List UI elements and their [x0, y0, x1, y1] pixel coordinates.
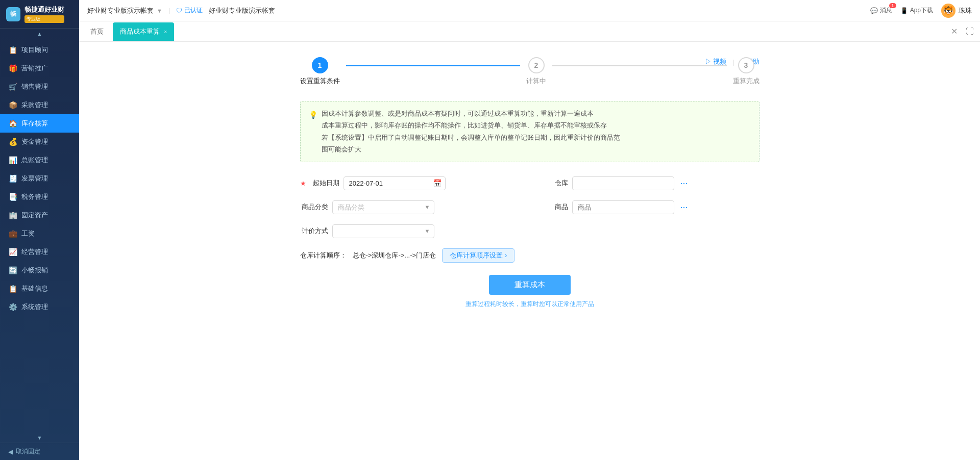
topbar-right: 💬 消息 1 📱 App下载 🐯 珠珠	[870, 4, 972, 18]
unpin-icon: ◀	[8, 448, 13, 455]
phone-icon: 📱	[900, 7, 908, 14]
warehouse-order-btn-label: 仓库计算顺序设置	[450, 251, 503, 260]
calendar-icon: 📅	[433, 179, 442, 187]
sidebar-scroll-down[interactable]: ▼	[0, 432, 79, 443]
sidebar-item-marketing[interactable]: 🎁 营销推广	[0, 59, 79, 78]
pricing-field: 计价方式 ▼	[300, 224, 520, 238]
home-tab-label: 首页	[90, 27, 104, 36]
pricing-select-wrapper: ▼	[332, 224, 434, 238]
sidebar-item-operations[interactable]: 📈 经营管理	[0, 243, 79, 261]
content-wrapper: 1 设置重算条件 2 计算中 3 重算完成	[300, 57, 760, 309]
video-link[interactable]: ▷ 视频	[705, 57, 727, 66]
message-icon: 💬	[870, 7, 878, 14]
pricing-select[interactable]	[332, 224, 434, 238]
tab-home[interactable]: 首页	[83, 22, 111, 41]
notice-box: 💡 因成本计算参数调整、或是对商品成本有疑问时，可以通过成本重算功能，重新计算一…	[300, 101, 760, 162]
company-name: 好业财专业版演示帐套	[209, 6, 275, 15]
tax-icon: 📑	[8, 193, 17, 201]
notice-content: 因成本计算参数调整、或是对商品成本有疑问时，可以通过成本重算功能，重新计算一遍成…	[322, 108, 620, 156]
tab-close-icon[interactable]: ×	[164, 29, 167, 35]
operations-icon: 📈	[8, 248, 17, 256]
sidebar-nav: 📋 项目顾问 🎁 营销推广 🛒 销售管理 📦 采购管理 🏠 库存核算 💰 资金管…	[0, 39, 79, 432]
submit-button[interactable]: 重算成本	[489, 275, 571, 295]
submit-area: 重算成本 重算过程耗时较长，重算时您可以正常使用产品	[300, 275, 760, 309]
user-menu[interactable]: 🐯 珠珠	[941, 4, 972, 18]
warehouse-label: 仓库	[540, 178, 568, 188]
sidebar-item-basic[interactable]: 📋 基础信息	[0, 279, 79, 298]
sidebar-item-assets[interactable]: 🏢 固定资产	[0, 206, 79, 224]
step-1: 1 设置重算条件	[300, 57, 340, 86]
pricing-label: 计价方式	[300, 226, 328, 236]
sidebar-item-payroll[interactable]: 💼 工资	[0, 224, 79, 243]
sidebar: 畅 畅捷通好业财 专业版 ▲ 📋 项目顾问 🎁 营销推广 🛒 销售管理 📦 采购…	[0, 0, 79, 460]
category-select[interactable]: 商品分类	[332, 200, 434, 214]
topbar: 好业财专业版演示帐套 ▼ | 🛡 已认证 好业财专业版演示帐套 💬 消息 1 📱…	[79, 0, 980, 21]
notice-line-4: 围可能会扩大	[322, 143, 620, 155]
sidebar-item-sales[interactable]: 🛒 销售管理	[0, 78, 79, 96]
warehouse-more-icon[interactable]: ···	[680, 178, 688, 189]
content-area: 1 设置重算条件 2 计算中 3 重算完成	[79, 42, 980, 460]
finance-icon: 💰	[8, 138, 17, 146]
sidebar-item-inventory[interactable]: 🏠 库存核算	[0, 114, 79, 133]
accounting-icon: 📊	[8, 156, 17, 164]
marketing-icon: 🎁	[8, 64, 17, 72]
sidebar-item-expense[interactable]: 🔄 小畅报销	[0, 261, 79, 279]
submit-note: 重算过程耗时较长，重算时您可以正常使用产品	[465, 300, 594, 309]
product-label: 商品	[540, 202, 568, 212]
tabbar-right: ✕ ⛶	[949, 24, 976, 38]
sidebar-item-label: 小畅报销	[21, 266, 48, 275]
start-date-label: 起始日期	[311, 178, 339, 188]
form-row-2: 商品分类 商品分类 ▼ 商品 ···	[300, 200, 760, 214]
assets-icon: 🏢	[8, 211, 17, 219]
message-button[interactable]: 💬 消息 1	[870, 6, 892, 15]
chevron-right-icon: ›	[505, 251, 507, 259]
sales-icon: 🛒	[8, 83, 17, 91]
logo-icon: 畅	[6, 7, 20, 21]
product-input[interactable]	[572, 200, 674, 214]
steps-bar: 1 设置重算条件 2 计算中 3 重算完成	[300, 57, 760, 86]
sidebar-item-system[interactable]: ⚙️ 系统管理	[0, 298, 79, 316]
sidebar-item-finance[interactable]: 💰 资金管理	[0, 133, 79, 151]
sidebar-item-invoice[interactable]: 🧾 发票管理	[0, 169, 79, 188]
notice-line-1: 因成本计算参数调整、或是对商品成本有疑问时，可以通过成本重算功能，重新计算一遍成…	[322, 108, 620, 119]
avatar: 🐯	[941, 4, 955, 18]
active-tab-label: 商品成本重算	[120, 27, 160, 36]
sidebar-item-tax[interactable]: 📑 税务管理	[0, 188, 79, 206]
tab-cost-recalc[interactable]: 商品成本重算 ×	[113, 22, 174, 41]
warehouse-order-settings-button[interactable]: 仓库计算顺序设置 ›	[442, 248, 514, 263]
step-1-circle: 1	[312, 57, 328, 73]
message-badge: 1	[889, 3, 896, 8]
notice-icon: 💡	[309, 109, 317, 156]
sidebar-item-project[interactable]: 📋 项目顾问	[0, 41, 79, 59]
product-field: 商品 ···	[540, 200, 760, 214]
step-2: 2 计算中	[526, 57, 546, 86]
start-date-input[interactable]	[344, 176, 446, 190]
expand-panel-button[interactable]: ⛶	[964, 25, 976, 38]
category-field: 商品分类 商品分类 ▼	[300, 200, 520, 214]
pro-badge: 专业版	[24, 15, 64, 23]
sidebar-item-label: 库存核算	[21, 119, 48, 128]
notice-line-2: 成本重算过程中，影响库存账的操作均不能操作，比如进货单、销货单、库存单据不能审核…	[322, 119, 620, 131]
product-more-icon[interactable]: ···	[680, 202, 688, 213]
sidebar-item-purchase[interactable]: 📦 采购管理	[0, 96, 79, 114]
start-date-field: ★ 起始日期 📅	[300, 176, 520, 190]
form-row-3: 计价方式 ▼	[300, 224, 760, 238]
system-icon: ⚙️	[8, 303, 17, 311]
sidebar-item-label: 销售管理	[21, 82, 48, 91]
sidebar-item-label: 税务管理	[21, 192, 48, 201]
app-download-label: App下载	[910, 6, 933, 15]
sidebar-scroll-up[interactable]: ▲	[0, 29, 79, 39]
warehouse-input[interactable]	[572, 176, 674, 190]
submit-btn-label: 重算成本	[514, 280, 545, 289]
invoice-icon: 🧾	[8, 174, 17, 183]
sidebar-item-label: 营销推广	[21, 64, 48, 73]
account-selector[interactable]: 好业财专业版演示帐套 ▼	[87, 6, 162, 15]
warehouse-order-value: 总仓->深圳仓库->...->门店仓	[353, 251, 436, 260]
unpin-button[interactable]: ◀ 取消固定	[0, 443, 79, 460]
step-1-label: 设置重算条件	[300, 76, 340, 86]
app-download-button[interactable]: 📱 App下载	[900, 6, 933, 15]
close-panel-button[interactable]: ✕	[949, 24, 960, 38]
basic-icon: 📋	[8, 285, 17, 293]
step-2-circle: 2	[528, 57, 545, 73]
sidebar-item-accounting[interactable]: 📊 总账管理	[0, 151, 79, 169]
